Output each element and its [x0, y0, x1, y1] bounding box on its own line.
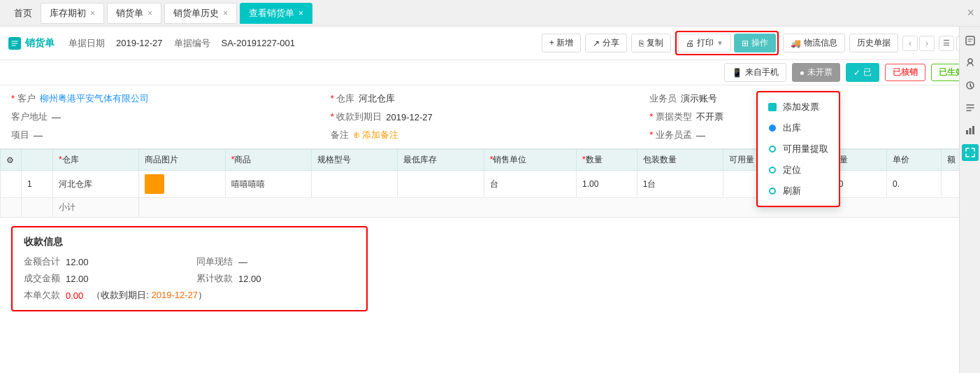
copy-button[interactable]: ⎘ 复制 — [631, 34, 671, 52]
nav-prev[interactable]: ‹ — [902, 36, 918, 51]
outstanding-value: 0.00 — [66, 290, 83, 301]
warehouse-value: 河北仓库 — [359, 92, 395, 105]
number-value: SA-20191227-001 — [222, 38, 296, 48]
sidebar-icon-4[interactable] — [962, 99, 979, 116]
window-close-icon[interactable]: × — [967, 6, 974, 20]
row-spec — [312, 171, 398, 198]
dropdown-refresh[interactable]: 刷新 — [758, 181, 839, 202]
date-value: 2019-12-27 — [116, 38, 163, 48]
verify-button[interactable]: ✓ 已 — [846, 63, 879, 82]
due-date-label: 收款到期日 — [331, 111, 382, 123]
salesperson-label: 业务员孟 — [649, 129, 692, 141]
logistics-button[interactable]: 🚚 物流信息 — [783, 34, 845, 52]
from-phone-button[interactable]: 📱 来自手机 — [724, 63, 786, 82]
tab-close-view-sales[interactable]: × — [298, 8, 303, 18]
right-sidebar — [959, 27, 980, 373]
doc-type-label: 销货单 — [25, 37, 55, 50]
project-value: — — [34, 130, 43, 141]
row-product-img — [139, 171, 225, 198]
receipt-grid: 金额合计 12.00 同单现结 — 成交金额 12.00 累计收款 12.00 — [24, 255, 355, 302]
cumulative-value: 12.00 — [238, 274, 261, 284]
doc-type-icon — [8, 37, 21, 50]
not-opened-icon: ● — [800, 68, 805, 78]
sidebar-icon-1[interactable] — [962, 32, 979, 49]
table-header-warehouse: *仓库 — [52, 150, 138, 171]
svg-rect-5 — [972, 126, 974, 134]
tab-close-sales-history[interactable]: × — [223, 8, 228, 18]
add-note-button[interactable]: ⊕ 添加备注 — [353, 129, 399, 141]
highlighted-actions-group: 🖨 打印 ▼ ⊞ 操作 — [675, 31, 779, 55]
share-button[interactable]: ↗ 分享 — [585, 34, 627, 52]
due-date-field: 收款到期日 2019-12-27 — [331, 111, 650, 123]
tab-close-sales[interactable]: × — [147, 8, 152, 18]
receipt-title: 收款信息 — [24, 236, 355, 248]
due-date-value: 2019-12-27 — [386, 112, 433, 122]
subtotal-values — [139, 198, 980, 218]
available-qty-icon — [768, 144, 777, 154]
address-value: — — [52, 112, 61, 122]
outstanding-row: 本单欠款 0.00 （收款到期日: 2019-12-27） — [24, 289, 355, 302]
due-date-note: （收款到期日: 2019-12-27） — [92, 289, 207, 302]
doc-actions: + 新增 ↗ 分享 ⎘ 复制 🖨 打印 ▼ ⊞ — [542, 31, 972, 55]
tab-sales[interactable]: 销货单 × — [107, 3, 161, 24]
operate-dropdown-menu: 添加发票 出库 可用量提取 定位 刷新 — [756, 91, 840, 207]
svg-rect-3 — [966, 130, 968, 134]
copy-icon: ⎘ — [639, 38, 644, 48]
sidebar-icon-5[interactable] — [962, 122, 979, 139]
operate-button[interactable]: ⊞ 操作 — [734, 34, 776, 52]
deal-amount-label: 成交金额 — [24, 272, 60, 285]
row-quantity: 1.00 — [576, 171, 637, 198]
dropdown-available-qty[interactable]: 可用量提取 — [758, 139, 839, 160]
row-gear[interactable] — [1, 171, 22, 198]
subtotal-idx — [22, 198, 53, 218]
print-button[interactable]: 🖨 打印 ▼ — [678, 34, 731, 52]
dropdown-add-invoice[interactable]: 添加发票 — [758, 97, 839, 118]
same-order-value: — — [238, 257, 247, 267]
address-field: 客户地址 — — [11, 111, 331, 123]
doc-header: 销货单 单据日期 2019-12-27 单据编号 SA-20191227-001… — [0, 27, 980, 60]
main-content: 销货单 单据日期 2019-12-27 单据编号 SA-20191227-001… — [0, 27, 980, 373]
tab-close-inventory[interactable]: × — [90, 8, 95, 18]
salesperson-value: — — [696, 130, 705, 141]
table-header-gear[interactable]: ⚙ — [1, 150, 22, 171]
table-header-unit: *销售单位 — [484, 150, 576, 171]
warehouse-label: 仓库 — [331, 92, 355, 105]
new-button[interactable]: + 新增 — [542, 34, 581, 52]
svg-rect-4 — [969, 128, 971, 134]
tab-inventory[interactable]: 库存期初 × — [41, 3, 104, 24]
add-invoice-icon — [768, 102, 777, 112]
customer-label: 客户 — [11, 92, 36, 105]
ticket-type-label: 票据类型 — [649, 111, 692, 123]
sidebar-icon-expand[interactable] — [962, 144, 979, 161]
logistics-icon: 🚚 — [791, 38, 801, 48]
phone-icon: 📱 — [732, 68, 742, 78]
sidebar-icon-2[interactable] — [962, 55, 979, 71]
table-header-product-img: 商品图片 — [139, 150, 225, 171]
dropdown-locate[interactable]: 定位 — [758, 160, 839, 181]
subtotal-label: 小计 — [52, 198, 138, 218]
print-icon: 🖨 — [686, 38, 694, 48]
total-amount-value: 12.00 — [66, 257, 89, 267]
tab-sales-history[interactable]: 销货单历史 × — [164, 3, 237, 24]
sidebar-icon-3[interactable] — [962, 77, 979, 94]
row-product[interactable]: 嘻嘻嘻嘻 — [225, 171, 311, 198]
number-label: 单据编号 — [174, 37, 210, 50]
deal-amount-value: 12.00 — [66, 274, 89, 284]
toolbar-row: 📱 来自手机 ● 未开票 ✓ 已 已核销 已生效 — [0, 60, 980, 85]
not-opened-button[interactable]: ● 未开票 — [792, 63, 840, 82]
nav-next[interactable]: › — [919, 36, 935, 51]
tab-home[interactable]: 首页 — [6, 3, 41, 24]
history-button[interactable]: 历史单据 — [849, 34, 898, 52]
total-amount-label: 金额合计 — [24, 255, 60, 268]
layout-list-icon[interactable]: ☰ — [939, 36, 954, 51]
note-field: 备注 ⊕ 添加备注 — [331, 129, 650, 141]
row-pack-qty: 1台 — [637, 171, 723, 198]
customer-value[interactable]: 柳州粤港平安气体有限公司 — [40, 92, 149, 105]
table-header-min-stock: 最低库存 — [398, 150, 484, 171]
date-label: 单据日期 — [69, 37, 105, 50]
tab-view-sales[interactable]: 查看销货单 × — [240, 3, 312, 24]
table-header-quantity: *数量 — [576, 150, 637, 171]
dropdown-outbound[interactable]: 出库 — [758, 118, 839, 139]
doc-meta: 单据日期 2019-12-27 单据编号 SA-20191227-001 — [69, 37, 295, 50]
bottom-section: 收款信息 金额合计 12.00 同单现结 — 成交金额 12.00 — [0, 218, 980, 320]
